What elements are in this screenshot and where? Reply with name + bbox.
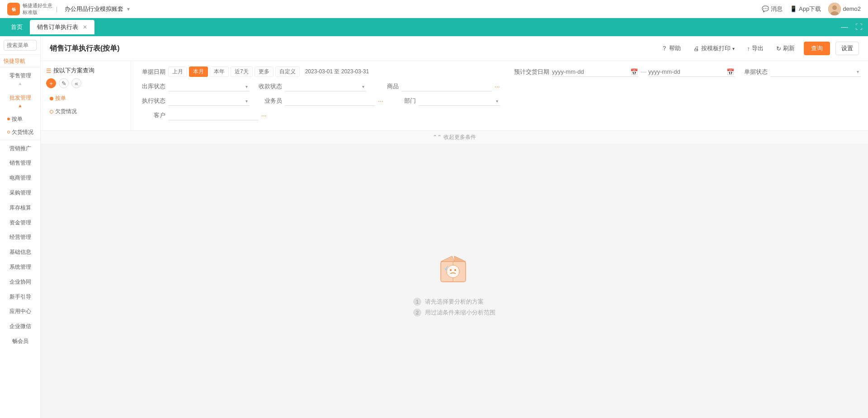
sidebar-item-inventory[interactable]: 库存核算 [0, 200, 40, 215]
date-tab-this-month[interactable]: 本月 [189, 66, 208, 77]
sidebar-item-purchase[interactable]: 采购管理 [0, 185, 40, 200]
edit-schema-button[interactable]: ✎ [59, 78, 69, 88]
date-from-input[interactable] [552, 67, 639, 77]
tab-home[interactable]: 首页 [4, 20, 30, 34]
sidebar-item-system[interactable]: 系统管理 [0, 260, 40, 275]
sidebar-item-wholesale[interactable]: 批发管理 ▲ [0, 90, 40, 113]
sidebar-item-operation[interactable]: 经营管理 [0, 230, 40, 245]
filter-panel: ☰ 按以下方案查询 + ✎ « 按单 欠货情况 [41, 61, 868, 144]
print-dropdown-icon: ▾ [732, 46, 735, 51]
tab-minimize-icon[interactable]: — [839, 22, 850, 32]
date-tab-buttons: 上月 本月 本年 近7天 更多 自定义 [168, 66, 300, 77]
product-input[interactable] [401, 81, 492, 91]
sidebar-sub-arrears[interactable]: 欠货情况 [0, 126, 40, 139]
filter-schema-panel: ☰ 按以下方案查询 + ✎ « 按单 欠货情况 [41, 61, 131, 130]
filter-row-2: 出库状态 ▾ 收款状态 [138, 81, 861, 91]
customer-more-icon[interactable]: ··· [261, 112, 267, 119]
status-select-wrap: ▾ [770, 67, 861, 77]
field-delivery-status: 出库状态 ▾ [138, 81, 250, 91]
exec-status-select-wrap: ▾ [168, 96, 250, 106]
collection-status-select[interactable] [285, 81, 366, 91]
empty-step-2: 2 用过滤条件来缩小分析范围 [413, 309, 495, 317]
svg-point-3 [832, 5, 837, 10]
svg-text:畅: 畅 [12, 7, 16, 12]
refresh-button[interactable]: ↻ 刷新 [773, 43, 798, 54]
messages-button[interactable]: 💬 消息 [762, 5, 783, 13]
date-tab-this-year[interactable]: 本年 [210, 66, 229, 77]
svg-point-9 [454, 269, 456, 271]
exec-status-select[interactable] [168, 96, 250, 106]
field-status: 单据状态 ▾ [741, 67, 861, 77]
breadcrumb-dropdown-icon[interactable]: ▾ [127, 6, 130, 12]
salesperson-input[interactable] [285, 96, 375, 106]
sidebar-sub-by-order[interactable]: 按单 [0, 113, 40, 126]
tab-close-icon[interactable]: ✕ [83, 24, 87, 30]
sidebar-item-newbie[interactable]: 新手引导 [0, 290, 40, 304]
export-button[interactable]: ↑ 导出 [744, 43, 768, 54]
date-tab-more[interactable]: 更多 [255, 66, 274, 77]
sidebar-item-basic[interactable]: 基础信息 [0, 245, 40, 260]
filter-row-1: 单据日期 上月 本月 本年 近7天 更多 自定义 2023-03-01 至 20… [138, 66, 861, 77]
sidebar-divider-1 [0, 67, 40, 67]
app-download-button[interactable]: 📱 App下载 [790, 5, 821, 13]
search-input[interactable] [4, 40, 37, 51]
sidebar-item-ecommerce[interactable]: 电商管理 [0, 171, 40, 185]
department-select[interactable] [419, 96, 500, 106]
wholesale-arrow: ▲ [18, 103, 23, 109]
date-label: 单据日期 [138, 68, 165, 76]
main-layout: 快捷导航 零售管理 ▲ 批发管理 ▲ 按单 欠货情况 营销推广 销售管理 电商管… [0, 36, 868, 418]
sidebar-item-retail[interactable]: 零售管理 ▲ [0, 68, 40, 90]
date-range-text: 2023-03-01 至 2023-03-31 [305, 68, 369, 76]
sidebar-item-enterprise[interactable]: 企业协同 [0, 275, 40, 290]
logo-icon: 畅 [7, 3, 20, 15]
date-tab-7days[interactable]: 近7天 [231, 66, 253, 77]
print-button[interactable]: 🖨 按模板打印 ▾ [690, 43, 738, 54]
tab-sales-exec[interactable]: 销售订单执行表 ✕ [30, 20, 94, 34]
arrears-label: 欠货情况 [12, 128, 33, 136]
customer-label: 客户 [138, 111, 165, 119]
logo: 畅 畅捷通好生意 标准版 [7, 2, 52, 15]
sidebar-quick-nav[interactable]: 快捷导航 [0, 55, 40, 66]
sidebar-item-member[interactable]: 畅会员 [0, 334, 40, 349]
delivery-status-select[interactable] [168, 81, 250, 91]
settings-button[interactable]: 设置 [835, 42, 859, 55]
sidebar-item-marketing[interactable]: 营销推广 [0, 141, 40, 156]
product-more-icon[interactable]: ··· [495, 83, 500, 90]
calendar-from-icon[interactable]: 📅 [630, 68, 638, 76]
customer-input[interactable] [168, 110, 259, 120]
filter-fields: 单据日期 上月 本月 本年 近7天 更多 自定义 2023-03-01 至 20… [131, 61, 868, 130]
add-schema-button[interactable]: + [46, 78, 56, 88]
page-header: 销售订单执行表(按单) ？ 帮助 🖨 按模板打印 ▾ ↑ 导出 ↻ 刷新 [41, 36, 868, 61]
breadcrumb-title: 办公用品行业模拟账套 [65, 5, 123, 13]
sidebar-item-wechat[interactable]: 企业微信 [0, 319, 40, 334]
field-collection-status: 收款状态 ▾ [255, 81, 366, 91]
exec-status-label: 执行状态 [138, 97, 165, 105]
logo-text: 畅捷通好生意 标准版 [23, 2, 52, 15]
schema-item-arrears[interactable]: 欠货情况 [46, 105, 125, 118]
field-predicted-delivery: 预计交货日期 📅 — 📅 [514, 67, 735, 77]
query-button[interactable]: 查询 [804, 42, 830, 55]
collapse-schema-button[interactable]: « [71, 78, 81, 88]
app-icon: 📱 [790, 5, 797, 12]
status-select[interactable] [770, 67, 861, 77]
sidebar-divider-2 [0, 140, 40, 140]
calendar-to-icon[interactable]: 📅 [726, 68, 734, 76]
date-tab-last-month[interactable]: 上月 [168, 66, 187, 77]
date-to-input[interactable] [648, 67, 735, 77]
help-button[interactable]: ？ 帮助 [658, 43, 684, 54]
user-menu[interactable]: demo2 [828, 3, 861, 15]
date-tab-custom[interactable]: 自定义 [275, 66, 300, 77]
salesperson-more-icon[interactable]: ··· [378, 97, 383, 104]
top-bar-right: 💬 消息 📱 App下载 demo2 [762, 3, 861, 15]
filter-row-4: 客户 ··· [138, 110, 861, 120]
help-icon: ？ [661, 44, 667, 52]
filter-collapse-bar[interactable]: ⌃⌃ 收起更多条件 [41, 130, 868, 144]
sidebar-item-appstore[interactable]: 应用中心 [0, 304, 40, 319]
schema-item-by-order[interactable]: 按单 [46, 92, 125, 105]
sidebar-item-sales[interactable]: 销售管理 [0, 156, 40, 171]
empty-illustration [432, 243, 477, 289]
sidebar-item-finance[interactable]: 资金管理 [0, 215, 40, 230]
department-label: 部门 [389, 97, 416, 105]
tab-fullscreen-icon[interactable]: ⛶ [854, 22, 864, 32]
refresh-icon: ↻ [776, 45, 781, 52]
